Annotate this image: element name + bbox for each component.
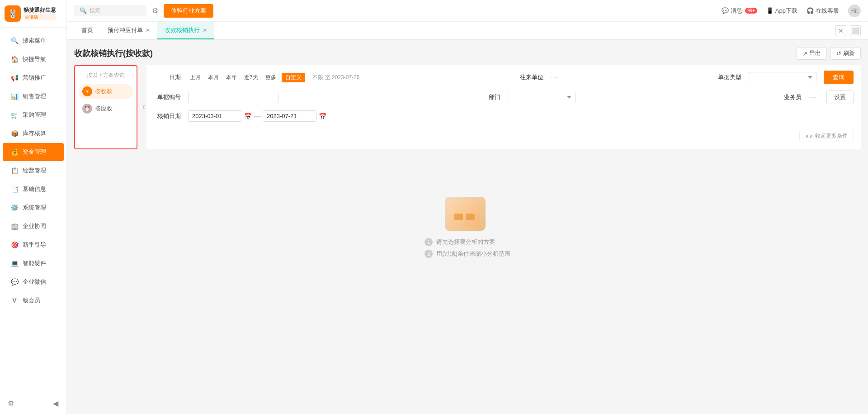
date-btn-this-year[interactable]: 本年	[224, 73, 239, 82]
message-item[interactable]: 💬 消息 99+	[722, 7, 757, 15]
sales-icon: 📊	[10, 92, 19, 101]
user-item[interactable]: Rit	[848, 5, 861, 17]
salesperson-input[interactable]: ···	[809, 93, 816, 102]
topbar-search-text: 搜索	[90, 7, 100, 14]
collapse-sidebar-icon[interactable]: ◀	[49, 397, 62, 409]
collapse-more-button[interactable]: ∧∧ 收起更多条件	[799, 130, 854, 142]
export-icon: ↗	[802, 50, 807, 57]
corp-icon: 🏢	[10, 222, 19, 231]
sidebar-bottom: ⚙ ◀	[0, 392, 66, 414]
tab-writeoff-close-icon[interactable]: ✕	[203, 27, 207, 33]
counterpart-input[interactable]: ···	[551, 73, 557, 82]
online-service-item[interactable]: 🎧 在线客服	[807, 7, 839, 15]
writeoff-date-range: 📅 — 📅	[188, 110, 326, 122]
collapse-more-area: ∧∧ 收起更多条件	[154, 128, 854, 144]
doc-type-select[interactable]	[749, 72, 816, 83]
date-to-label: 至 2023-07-26	[325, 74, 360, 81]
filter-sidebar-title: 按以下方案查询	[79, 71, 133, 79]
sidebar-item-wechat[interactable]: 💬 企业微信	[3, 273, 64, 291]
tab-home[interactable]: 首页	[74, 22, 100, 39]
main-area: 🔍 搜索 ⚙ 体验行业方案 💬 消息 99+ 📱 App下载 🎧 在线客服	[67, 0, 868, 414]
user-avatar: Rit	[848, 5, 861, 17]
writeoff-date-separator: —	[254, 112, 261, 120]
date-label: 日期	[154, 73, 181, 81]
writeoff-end-calendar-icon[interactable]: 📅	[319, 113, 326, 120]
settings-button[interactable]: 设置	[826, 90, 854, 104]
sidebar-item-search[interactable]: 🔍 搜索菜单	[3, 32, 64, 50]
sidebar-item-guide[interactable]: 🎯 新手引导	[3, 236, 64, 254]
date-btn-7days[interactable]: 近7天	[242, 73, 260, 82]
tip-num-1: 1	[425, 238, 433, 246]
tab-writeoff[interactable]: 收款核销执行 ✕	[157, 22, 214, 39]
sidebar-item-marketing[interactable]: 📢 营销推广	[3, 69, 64, 87]
sidebar-item-finance[interactable]: 💰 资金管理	[3, 143, 64, 161]
filter-option-by-receivable[interactable]: ⏰ 按应收	[79, 101, 133, 116]
app-download-item[interactable]: 📱 App下载	[766, 7, 797, 15]
collapse-left-icon: 《	[140, 104, 145, 111]
tab-prepay[interactable]: 预付冲应付单 ✕	[100, 22, 157, 39]
hardware-icon: 💻	[10, 259, 19, 268]
filter-sidebar: 按以下方案查询 ¥ 按收款 ⏰ 按应收	[74, 65, 137, 149]
filter-collapse-btn[interactable]: 《	[137, 65, 146, 149]
writeoff-date-label: 核销日期	[154, 112, 181, 120]
filter-row-3: 核销日期 📅 — 📅	[154, 110, 854, 122]
dept-select[interactable]	[508, 92, 576, 103]
sidebar-item-quick-nav[interactable]: 🏠 快捷导航	[3, 50, 64, 68]
tab-writeoff-label: 收款核销执行	[165, 26, 200, 34]
finance-icon: 💰	[10, 148, 19, 157]
sidebar-item-corp[interactable]: 🏢 企业协同	[3, 217, 64, 235]
marketing-icon: 📢	[10, 73, 19, 82]
writeoff-end-input[interactable]	[263, 110, 317, 122]
industry-solution-button[interactable]: 体验行业方案	[164, 4, 213, 18]
filter-area: 按以下方案查询 ¥ 按收款 ⏰ 按应收 《 日期	[74, 65, 861, 149]
sidebar-item-hardware[interactable]: 💻 智能硬件	[3, 254, 64, 272]
refresh-label: 刷新	[843, 49, 855, 57]
page-actions: ↗ 导出 ↺ 刷新	[797, 47, 861, 60]
sidebar-item-operation[interactable]: 📋 经营管理	[3, 162, 64, 180]
sidebar-item-purchase[interactable]: 🛒 采购管理	[3, 106, 64, 124]
settings-bottom-icon[interactable]: ⚙	[5, 397, 17, 409]
filter-option-by-receipt[interactable]: ¥ 按收款	[79, 84, 133, 99]
topbar-gear-icon[interactable]: ⚙	[152, 6, 158, 15]
sidebar-item-sales-label: 销售管理	[23, 92, 46, 100]
tab-close-action[interactable]: ✕	[835, 25, 846, 36]
topbar-search-icon: 🔍	[80, 7, 87, 14]
date-btn-this-month[interactable]: 本月	[206, 73, 221, 82]
message-label: 消息	[731, 7, 742, 15]
sidebar-item-marketing-label: 营销推广	[23, 74, 46, 82]
sidebar-item-sales[interactable]: 📊 销售管理	[3, 87, 64, 105]
sidebar-item-system[interactable]: ⚙️ 系统管理	[3, 199, 64, 217]
filter-receipt-icon: ¥	[82, 86, 92, 96]
system-icon: ⚙️	[10, 203, 19, 212]
sidebar-item-inventory-label: 库存核算	[23, 129, 46, 138]
topbar-search[interactable]: 🔍 搜索	[74, 5, 146, 16]
logo-area: 🐰 畅捷通好生意 标准版	[0, 0, 66, 28]
sidebar-item-member[interactable]: V 畅会员	[3, 291, 64, 309]
sidebar-item-inventory[interactable]: 📦 库存核算	[3, 124, 64, 143]
filter-main: 日期 上月 本月 本年 近7天 更多 自定义 不限 至 2023-07-26	[146, 65, 861, 149]
refresh-icon: ↺	[836, 50, 841, 57]
refresh-button[interactable]: ↺ 刷新	[830, 47, 861, 60]
illus-box-eye-left	[454, 214, 463, 220]
writeoff-start-input[interactable]	[188, 110, 242, 122]
page-header: 收款核销执行(按收款) ↗ 导出 ↺ 刷新	[74, 47, 861, 60]
collapse-more-label: 收起更多条件	[815, 132, 848, 140]
collapse-more-icon: ∧∧	[805, 133, 813, 139]
export-button[interactable]: ↗ 导出	[797, 47, 827, 60]
date-btn-custom[interactable]: 自定义	[282, 73, 305, 82]
tab-expand-action[interactable]: ⬜	[850, 25, 861, 36]
tab-prepay-close-icon[interactable]: ✕	[146, 27, 150, 33]
home-icon: 🏠	[10, 55, 19, 64]
writeoff-start-calendar-icon[interactable]: 📅	[244, 113, 252, 120]
page-content: 收款核销执行(按收款) ↗ 导出 ↺ 刷新 按以下方案查询 ¥ 按收款	[67, 40, 868, 414]
inventory-icon: 📦	[10, 129, 19, 138]
date-btn-more[interactable]: 更多	[264, 73, 278, 82]
app-download-label: App下载	[775, 7, 797, 15]
tab-prepay-label: 预付冲应付单	[108, 26, 143, 34]
date-nolimit-label: 不限	[312, 74, 323, 81]
query-button[interactable]: 查询	[824, 71, 854, 84]
date-btn-last-month[interactable]: 上月	[188, 73, 203, 82]
tip-num-2: 2	[425, 250, 433, 258]
doc-number-input[interactable]	[188, 92, 278, 103]
sidebar-item-basic-info[interactable]: 📑 基础信息	[3, 180, 64, 198]
